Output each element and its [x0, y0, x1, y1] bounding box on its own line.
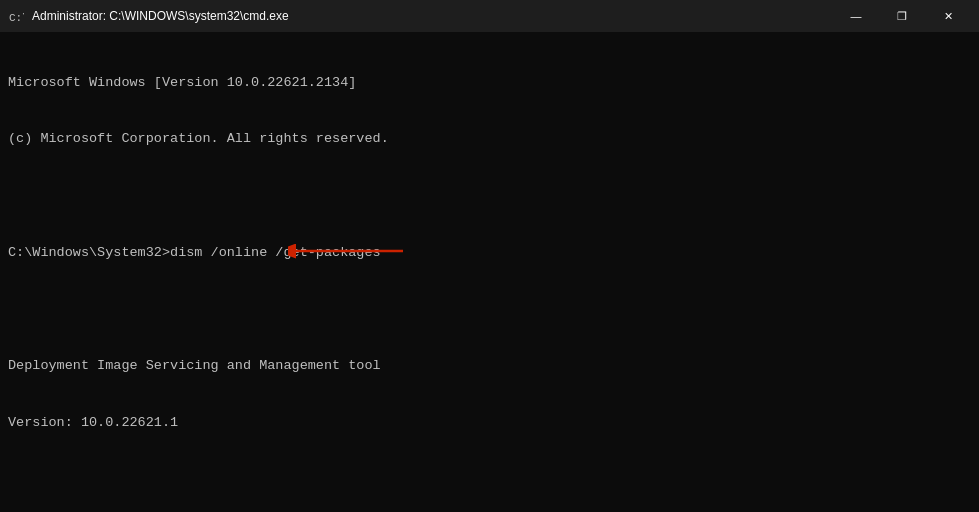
output-line-6: Deployment Image Servicing and Managemen…	[8, 357, 971, 376]
minimize-button[interactable]: —	[833, 0, 879, 32]
window-controls: — ❐ ✕	[833, 0, 971, 32]
command-text: dism /online /get-packages	[170, 244, 381, 263]
prompt-line: C:\Windows\System32>dism /online /get-pa…	[8, 244, 971, 263]
svg-text:C:\: C:\	[9, 12, 24, 24]
prompt-text: C:\Windows\System32>	[8, 244, 170, 263]
close-button[interactable]: ✕	[925, 0, 971, 32]
cmd-icon: C:\	[8, 8, 24, 24]
cmd-window: C:\ Administrator: C:\WINDOWS\system32\c…	[0, 0, 979, 512]
maximize-button[interactable]: ❐	[879, 0, 925, 32]
empty-line-2	[8, 300, 971, 319]
output-line-7: Version: 10.0.22621.1	[8, 414, 971, 433]
empty-line-1	[8, 187, 971, 206]
output-line-2: (c) Microsoft Corporation. All rights re…	[8, 130, 971, 149]
empty-line-3	[8, 470, 971, 489]
output-line-1: Microsoft Windows [Version 10.0.22621.21…	[8, 74, 971, 93]
terminal-content[interactable]: Microsoft Windows [Version 10.0.22621.21…	[0, 32, 979, 512]
window-title: Administrator: C:\WINDOWS\system32\cmd.e…	[32, 9, 833, 23]
title-bar: C:\ Administrator: C:\WINDOWS\system32\c…	[0, 0, 979, 32]
